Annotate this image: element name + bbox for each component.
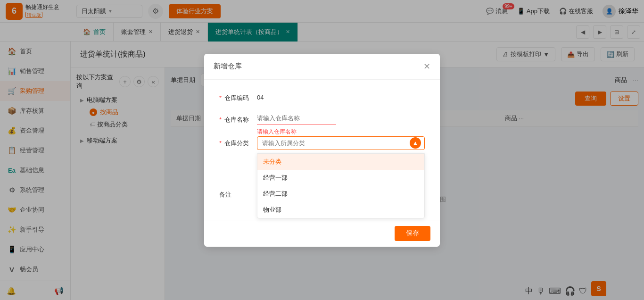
new-warehouse-modal: 新增仓库 ✕ * 仓库编码 * 仓库名称 bbox=[204, 54, 440, 247]
category-input[interactable] bbox=[257, 136, 425, 150]
dropdown-item-dept1[interactable]: 经营一部 bbox=[257, 170, 424, 186]
modal-overlay: 新增仓库 ✕ * 仓库编码 * 仓库名称 bbox=[0, 0, 644, 300]
code-label: * 仓库编码 bbox=[219, 91, 257, 102]
name-error-msg: 请输入仓库名称 bbox=[257, 128, 297, 136]
category-dropdown-icon[interactable]: ▲ bbox=[410, 137, 421, 149]
code-input[interactable] bbox=[257, 91, 425, 104]
modal-title: 新增仓库 bbox=[214, 62, 242, 71]
name-input-wrapper bbox=[257, 112, 336, 125]
code-form-row: * 仓库编码 bbox=[219, 91, 425, 104]
save-button[interactable]: 保存 bbox=[395, 226, 430, 241]
category-select-wrapper: ▲ 未分类 经营一部 经营二部 物业部 bbox=[257, 136, 425, 150]
category-form-row: * 仓库分类 ▲ 未分类 经营一部 经营二部 物业部 bbox=[219, 136, 425, 150]
dropdown-item-dept3[interactable]: 物业部 bbox=[257, 202, 424, 218]
name-form-row: * 仓库名称 请输入仓库名称 bbox=[219, 112, 425, 125]
name-label: * 仓库名称 bbox=[219, 113, 257, 124]
modal-close-button[interactable]: ✕ bbox=[423, 61, 430, 72]
category-dropdown: 未分类 经营一部 经营二部 物业部 bbox=[257, 153, 425, 218]
note-label: 备注 bbox=[219, 188, 257, 199]
category-label: * 仓库分类 bbox=[219, 136, 257, 148]
dropdown-item-unclassified[interactable]: 未分类 bbox=[257, 154, 424, 170]
modal-body: * 仓库编码 * 仓库名称 请输入仓库名称 bbox=[204, 80, 440, 220]
dropdown-item-dept2[interactable]: 经营二部 bbox=[257, 186, 424, 202]
modal-footer: 保存 bbox=[204, 220, 440, 247]
name-input[interactable] bbox=[257, 112, 336, 125]
modal-header: 新增仓库 ✕ bbox=[204, 54, 440, 80]
